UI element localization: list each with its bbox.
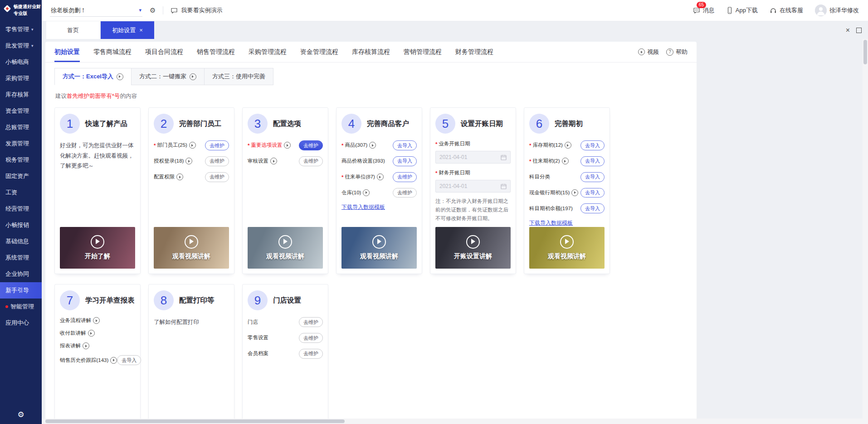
action-button[interactable]: 去导入 [117, 355, 141, 365]
close-tab-icon[interactable]: × [139, 27, 143, 34]
sidebar-item[interactable]: 资金管理 [0, 103, 42, 119]
action-button[interactable]: 去维护 [299, 156, 323, 166]
play-icon[interactable] [284, 142, 291, 149]
sidebar-item[interactable]: 发票管理 [0, 135, 42, 152]
download-template-link[interactable]: 下载导入数据模板 [341, 203, 385, 211]
sidebar-item[interactable]: 经营管理 [0, 201, 42, 217]
close-all-icon[interactable]: × [846, 26, 850, 34]
theme-gear-icon[interactable]: ⚙ [150, 6, 156, 14]
sidebar-item[interactable]: 工资 [0, 184, 42, 201]
user-menu[interactable]: 徐泽华修改 [815, 5, 859, 16]
action-button[interactable]: 去维护 [299, 333, 323, 343]
action-button[interactable]: 去导入 [580, 188, 605, 198]
sidebar-settings-gear-icon[interactable]: ⚙ [0, 410, 42, 419]
content-nav-tab[interactable]: 初始设置 [54, 42, 80, 62]
content-nav-tab[interactable]: 零售商城流程 [93, 42, 132, 62]
window-tab[interactable]: 首页 [46, 21, 100, 39]
play-icon[interactable] [176, 173, 183, 180]
action-button[interactable]: 去维护 [393, 172, 417, 182]
vertical-scrollbar-thumb[interactable] [863, 40, 867, 64]
video-thumbnail[interactable]: 观看视频讲解 [248, 227, 323, 269]
action-button[interactable]: 去维护 [299, 317, 323, 327]
sidebar-item[interactable]: 新手引导 [0, 282, 42, 299]
download-template-link[interactable]: 下载导入数据模板 [529, 219, 573, 227]
play-icon[interactable] [562, 158, 569, 164]
horizontal-scrollbar-thumb[interactable] [45, 419, 345, 423]
play-icon[interactable] [270, 158, 277, 164]
video-thumbnail[interactable]: 观看视频讲解 [341, 227, 417, 269]
sidebar-item[interactable]: 批发管理▾ [0, 38, 42, 54]
play-icon[interactable] [571, 189, 578, 196]
sidebar-item[interactable]: 系统管理 [0, 250, 42, 266]
sidebar-item[interactable]: 固定资产 [0, 168, 42, 184]
content-nav-tab[interactable]: 财务管理流程 [455, 42, 493, 62]
video-thumbnail[interactable]: 观看视频讲解 [154, 227, 229, 269]
method-tab[interactable]: 方式一：Excel导入 [54, 68, 132, 85]
date-input[interactable]: 2021-04-01 [435, 151, 511, 164]
sidebar-item[interactable]: 应用中心 [0, 315, 42, 331]
content-nav-tab[interactable]: 销售管理流程 [197, 42, 235, 62]
sidebar-item[interactable]: 库存核算 [0, 87, 42, 103]
action-button[interactable]: 去维护 [205, 172, 229, 182]
video-thumbnail[interactable]: 开始了解 [60, 227, 135, 269]
play-icon[interactable] [377, 173, 384, 180]
brand-name: 畅捷通好业财 专业版 [14, 3, 41, 17]
play-icon[interactable] [83, 342, 89, 349]
video-thumbnail[interactable]: 观看视频讲解 [529, 227, 605, 269]
sidebar-item[interactable]: 基础信息 [0, 233, 42, 250]
action-button[interactable]: 去维护 [393, 188, 417, 198]
action-button[interactable]: 去维护 [299, 140, 323, 150]
sidebar-item[interactable]: 企业协同 [0, 266, 42, 282]
date-input[interactable]: 2021-04-01 [435, 180, 511, 193]
step-number: 5 [435, 114, 455, 134]
action-button[interactable]: 去维护 [299, 349, 323, 359]
sidebar-item[interactable]: 智能管理 [0, 299, 42, 315]
brand-line1: 畅捷通好业财 [14, 4, 41, 9]
sidebar-item[interactable]: 税务管理 [0, 152, 42, 168]
app-download-button[interactable]: App下载 [727, 6, 758, 14]
play-icon[interactable] [369, 142, 376, 149]
action-button[interactable]: 去维护 [205, 156, 229, 166]
content-nav-tab[interactable]: 项目合同流程 [145, 42, 183, 62]
action-button[interactable]: 去导入 [393, 156, 417, 166]
sidebar-item[interactable]: 小畅报销 [0, 217, 42, 233]
vertical-scrollbar[interactable] [863, 39, 868, 419]
help-button[interactable]: ? 帮助 [666, 48, 688, 56]
maximize-icon[interactable] [856, 28, 862, 33]
card-title: 门店设置 [273, 296, 301, 305]
content-nav-tab[interactable]: 资金管理流程 [300, 42, 338, 62]
video-thumbnail[interactable]: 开账设置讲解 [435, 227, 511, 269]
sidebar-item[interactable]: 零售管理▾ [0, 21, 42, 38]
demo-link[interactable]: 我要看实例演示 [171, 6, 222, 14]
action-button[interactable]: 去维护 [205, 140, 229, 150]
play-icon[interactable] [88, 330, 95, 337]
window-tab[interactable]: 初始设置× [101, 21, 154, 39]
action-button[interactable]: 去导入 [580, 140, 605, 150]
content-nav-tab[interactable]: 营销管理流程 [404, 42, 442, 62]
play-icon[interactable] [93, 317, 100, 324]
messages-button[interactable]: 65 消息 [693, 6, 715, 14]
sidebar-item[interactable]: 总账管理 [0, 119, 42, 135]
sidebar-item[interactable]: 采购管理 [0, 70, 42, 87]
action-button[interactable]: 去导入 [580, 156, 605, 166]
method-tab[interactable]: 方式三：使用中完善 [204, 68, 273, 85]
company-selector[interactable]: 徐老板勿删！ ▾ [50, 5, 142, 17]
action-button[interactable]: 去导入 [580, 203, 605, 213]
card-title: 快速了解产品 [85, 119, 127, 129]
content-nav-tab[interactable]: 采购管理流程 [249, 42, 287, 62]
messages-badge: 65 [697, 2, 706, 8]
play-icon[interactable] [185, 158, 192, 164]
play-icon[interactable] [189, 142, 196, 149]
method-tab[interactable]: 方式二：一键搬家 [131, 68, 205, 85]
content-nav-tab[interactable]: 库存核算流程 [352, 42, 390, 62]
setup-item: 门店去维护 [248, 317, 323, 327]
horizontal-scrollbar[interactable] [42, 419, 863, 424]
play-icon[interactable] [565, 142, 571, 149]
video-help-button[interactable]: 视频 [638, 48, 659, 56]
sidebar-item[interactable]: 小畅电商 [0, 54, 42, 70]
online-support-button[interactable]: 在线客服 [770, 6, 803, 14]
action-button[interactable]: 去导入 [393, 140, 417, 150]
play-icon[interactable] [363, 189, 370, 196]
play-icon[interactable] [110, 357, 117, 364]
action-button[interactable]: 去导入 [580, 172, 605, 182]
